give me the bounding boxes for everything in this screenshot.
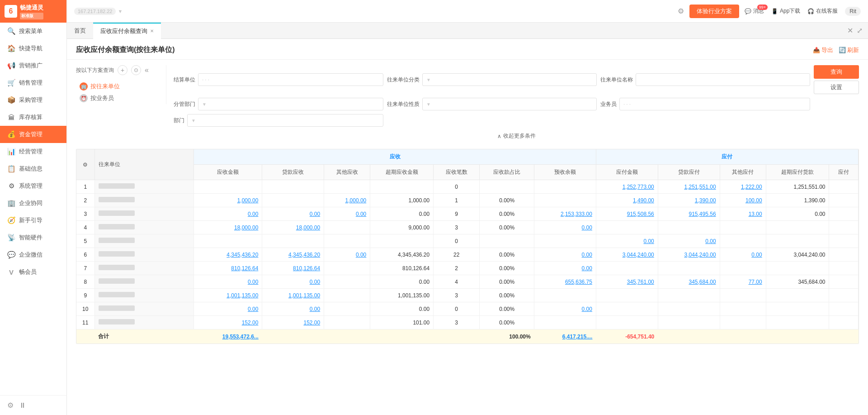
th-ap-last: 应付 bbox=[829, 165, 859, 180]
refresh-label: 刷新 bbox=[847, 46, 859, 54]
th-ar-amount: 应收金额 bbox=[194, 165, 262, 180]
sidebar-item-operations[interactable]: 📊 经营管理 bbox=[0, 143, 66, 160]
table-row: 11152.00152.00101.0030.00% bbox=[76, 316, 859, 329]
dept-select[interactable]: ▼ bbox=[187, 114, 383, 127]
query-button[interactable]: 查询 bbox=[814, 65, 859, 79]
partner-name-input[interactable] bbox=[636, 73, 810, 86]
sidebar-item-wechat[interactable]: 💬 企业微信 bbox=[0, 246, 66, 263]
table-settings-icon[interactable]: ⚙ bbox=[83, 162, 88, 168]
sidebar-item-enterprise[interactable]: 🏢 企业协同 bbox=[0, 195, 66, 212]
sidebar-item-finance[interactable]: 💰 资金管理 bbox=[0, 126, 66, 143]
filter-option-salesman[interactable]: ⏰ 按业务员 bbox=[76, 92, 160, 104]
settlement-input[interactable]: ··· bbox=[198, 73, 383, 86]
footer-ar-ratio: 100.00% bbox=[480, 329, 534, 344]
salesman-field: 业务员 ··· bbox=[600, 98, 810, 110]
tab-ar-balance[interactable]: 应收应付余额查询 ✕ bbox=[93, 23, 161, 39]
footer-settings-icon[interactable]: ⚙ bbox=[7, 401, 14, 410]
sidebar-item-label: 新手引导 bbox=[19, 216, 42, 224]
footer-collapse-icon[interactable]: ⏸ bbox=[19, 401, 26, 410]
footer-overdue-ar bbox=[370, 329, 434, 344]
sidebar-item-search[interactable]: 🔍 搜索菜单 bbox=[0, 23, 66, 40]
partner-category-field: 往来单位分类 ▼ bbox=[387, 73, 597, 86]
messages-btn[interactable]: 💬 消息 99+ bbox=[745, 7, 764, 15]
export-button[interactable]: 📤 导出 bbox=[813, 46, 833, 54]
window-close-icon[interactable]: ✕ bbox=[847, 26, 853, 35]
service-icon: 🎧 bbox=[807, 8, 814, 14]
page-actions: 📤 导出 🔄 刷新 bbox=[813, 46, 859, 54]
salesman-input[interactable]: ··· bbox=[619, 98, 810, 110]
home-icon: 🏠 bbox=[7, 44, 15, 52]
settings-button[interactable]: 设置 bbox=[814, 81, 859, 94]
sidebar-item-label: 搜索菜单 bbox=[19, 27, 42, 35]
sidebar-item-label: 畅会员 bbox=[19, 268, 37, 276]
partner-nature-select[interactable]: ▼ bbox=[422, 98, 597, 110]
dept-manager-select[interactable]: ▼ bbox=[198, 98, 383, 110]
sidebar-item-label: 资金管理 bbox=[19, 130, 42, 138]
sidebar-item-basic-info[interactable]: 📋 基础信息 bbox=[0, 160, 66, 177]
data-table: ⚙ 往来单位 应收 应付 应收金额 贷款应收 其他应收 超期应收金额 应收笔数 bbox=[76, 149, 859, 343]
table-row: 80.000.000.0040.00%655,636.75345,761.003… bbox=[76, 275, 859, 289]
system-icon: ⚙ bbox=[7, 182, 15, 190]
enterprise-icon: 🏢 bbox=[7, 199, 15, 207]
partner-icon: 🏢 bbox=[80, 82, 88, 91]
th-payable-group: 应付 bbox=[596, 149, 858, 165]
th-advance-balance: 预收余额 bbox=[534, 165, 596, 180]
sidebar-item-guide[interactable]: 🧭 新手引导 bbox=[0, 212, 66, 229]
app-download-btn[interactable]: 📱 App下载 bbox=[771, 7, 800, 15]
footer-advance-balance[interactable]: 6,417,215.... bbox=[534, 329, 596, 344]
sidebar-item-system[interactable]: ⚙ 系统管理 bbox=[0, 177, 66, 195]
marketing-icon: 📢 bbox=[7, 62, 15, 70]
th-other-ar: 其他应收 bbox=[324, 165, 370, 180]
sidebar-item-label: 企业微信 bbox=[19, 251, 42, 259]
message-icon: 💬 bbox=[745, 8, 751, 14]
promo-button[interactable]: 体验行业方案 bbox=[689, 5, 739, 18]
breadcrumb-ip: 167.217.182.22 bbox=[74, 8, 116, 15]
app-icon: 📱 bbox=[771, 8, 778, 14]
table-footer-row: 合计 19,553,472,6... 100.00% 6,417,215....… bbox=[76, 329, 859, 344]
sidebar-footer: ⚙ ⏸ bbox=[0, 395, 66, 415]
tab-close-icon[interactable]: ✕ bbox=[150, 29, 154, 33]
sidebar-item-inventory[interactable]: 🏛 库存核算 bbox=[0, 109, 66, 126]
finance-icon: 💰 bbox=[7, 130, 15, 138]
filter-target-button[interactable]: ⊙ bbox=[131, 65, 141, 75]
filter-collapse-button[interactable]: « bbox=[145, 66, 149, 74]
window-expand-icon[interactable]: ⤢ bbox=[857, 26, 863, 35]
header-gear-icon[interactable]: ⚙ bbox=[678, 7, 684, 15]
collapse-button[interactable]: ∧ 收起更多条件 bbox=[492, 130, 541, 142]
sales-icon: 🛒 bbox=[7, 79, 15, 87]
partner-category-select[interactable]: ▼ bbox=[422, 73, 597, 86]
salesman-label: 业务员 bbox=[600, 100, 617, 108]
user-menu[interactable]: Rit bbox=[845, 8, 861, 14]
table-area: ⚙ 往来单位 应收 应付 应收金额 贷款应收 其他应收 超期应收金额 应收笔数 bbox=[67, 149, 868, 353]
sidebar-item-label: 营销推广 bbox=[19, 62, 42, 70]
table-row: 30.000.000.000.0090.00%2,153,333.00915,5… bbox=[76, 207, 859, 221]
filter-row-3: 部门 ▼ bbox=[174, 114, 859, 127]
sidebar-item-hardware[interactable]: 📡 智能硬件 bbox=[0, 229, 66, 246]
filter-label: 按以下方案查询 bbox=[76, 67, 114, 74]
table-row: 7810,126.64810,126.64810,126.6420.00%0.0… bbox=[76, 262, 859, 275]
sidebar-item-purchase[interactable]: 📦 采购管理 bbox=[0, 91, 66, 109]
sidebar-item-label: 库存核算 bbox=[19, 113, 42, 121]
table-wrapper: ⚙ 往来单位 应收 应付 应收金额 贷款应收 其他应收 超期应收金额 应收笔数 bbox=[76, 149, 859, 344]
filter-add-button[interactable]: + bbox=[118, 65, 127, 75]
sidebar-item-quicknav[interactable]: 🏠 快捷导航 bbox=[0, 40, 66, 57]
refresh-button[interactable]: 🔄 刷新 bbox=[839, 46, 859, 54]
sidebar-item-member[interactable]: V 畅会员 bbox=[0, 263, 66, 281]
sidebar-item-label: 系统管理 bbox=[19, 182, 42, 190]
footer-loan-ap bbox=[658, 329, 720, 344]
tab-home[interactable]: 首页 bbox=[67, 23, 93, 39]
filter-option-partner[interactable]: 🏢 按往来单位 bbox=[76, 81, 160, 92]
filter-row-1: 结算单位 ··· 往来单位分类 ▼ 往来单位名称 bbox=[174, 65, 859, 94]
table-row: 500.000.00 bbox=[76, 234, 859, 248]
table-row: 100.000.000.0000.00%0.00 bbox=[76, 302, 859, 316]
online-service-label: 在线客服 bbox=[816, 7, 838, 15]
tabs: 首页 应收应付余额查询 ✕ ✕ ⤢ bbox=[67, 23, 868, 39]
sidebar-item-sales[interactable]: 🛒 销售管理 bbox=[0, 74, 66, 91]
footer-ar-amount[interactable]: 19,553,472,6... bbox=[194, 329, 262, 344]
export-icon: 📤 bbox=[813, 47, 820, 53]
username: Rit bbox=[845, 7, 861, 16]
tab-actions: ✕ ⤢ bbox=[847, 26, 868, 35]
filter-salesman-label: 按业务员 bbox=[90, 94, 114, 102]
online-service-btn[interactable]: 🎧 在线客服 bbox=[807, 7, 838, 15]
sidebar-item-marketing[interactable]: 📢 营销推广 bbox=[0, 57, 66, 74]
